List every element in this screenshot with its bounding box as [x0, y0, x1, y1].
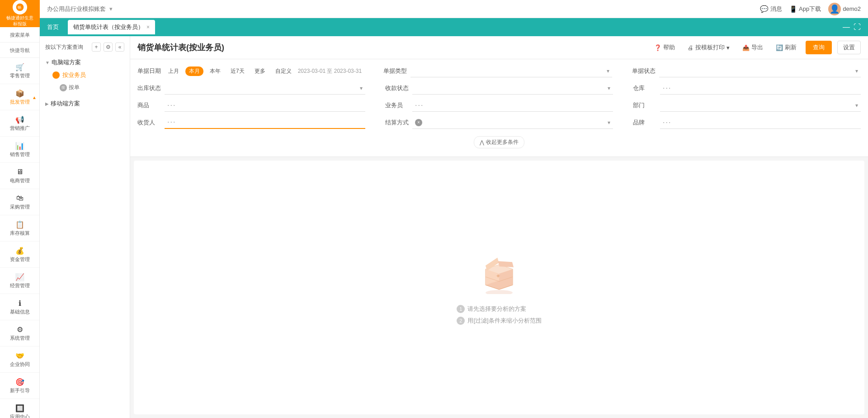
- date-chip-lastmonth[interactable]: 上月: [165, 66, 183, 76]
- left-panel-title: 按以下方案查询: [45, 43, 83, 51]
- sidebar-item-system[interactable]: ⚙ 系统管理: [0, 320, 39, 347]
- message-label: 消息: [770, 5, 782, 13]
- print-button[interactable]: 🖨 按模板打印 ▾: [684, 42, 733, 53]
- enterprise-icon: 🤝: [15, 351, 24, 360]
- tab-minimize-button[interactable]: —: [843, 23, 850, 31]
- sidebar-item-sales[interactable]: 📊 销售管理: [0, 137, 39, 163]
- message-action[interactable]: 💬 消息: [760, 5, 782, 13]
- filter-outbound: 出库状态 ▾: [137, 82, 365, 95]
- query-button[interactable]: 查询: [806, 41, 832, 54]
- doc-type-control[interactable]: ▾: [410, 65, 612, 77]
- settlement-clear-button[interactable]: ×: [415, 119, 422, 126]
- header-actions: 💬 消息 📱 App下载 👤 demo2: [760, 3, 861, 15]
- settlement-chevron-icon: ▾: [608, 119, 610, 126]
- system-icon: ⚙: [15, 325, 24, 334]
- filter-settlement: 结算方式 × ▾: [385, 116, 613, 129]
- filter-row-1: 单据日期 上月 本月 本年 近7天 更多 自定义 2023-03-01 至 20…: [137, 65, 861, 77]
- consignee-dots: ···: [167, 118, 176, 126]
- payment-control[interactable]: ▾: [412, 82, 613, 95]
- system-label: 系统管理: [10, 335, 30, 342]
- date-chip-thisyear[interactable]: 本年: [206, 66, 224, 76]
- tree-grandchild-by-bill[interactable]: 按 按单: [40, 81, 130, 94]
- tree-parent-mobile-label: 移动端方案: [51, 100, 80, 108]
- sidebar-item-wholesale[interactable]: 📦 批发管理 ▲: [0, 84, 39, 110]
- department-control[interactable]: ▾: [660, 99, 861, 112]
- page-content: 按以下方案查询 + ⚙ « ▼ 电脑端方案 按 按业务员 按 按: [40, 36, 868, 418]
- sidebar-item-inventory[interactable]: 📋 库存核算: [0, 215, 39, 242]
- tree-parent-desktop[interactable]: ▼ 电脑端方案: [40, 56, 130, 69]
- tab-close-button[interactable]: ×: [146, 24, 150, 30]
- date-chip-more[interactable]: 更多: [251, 66, 269, 76]
- filter-row-4: 收货人 ··· 结算方式 × ▾: [137, 116, 861, 129]
- salesperson-dots: ···: [415, 101, 424, 109]
- tab-home[interactable]: 首页: [40, 18, 66, 36]
- add-scheme-button[interactable]: +: [92, 43, 101, 52]
- page-title: 销货单统计表(按业务员): [137, 42, 224, 53]
- filter-row-2: 出库状态 ▾ 收款状态 ▾: [137, 82, 861, 95]
- app-download-icon: 📱: [789, 5, 797, 13]
- page-toolbar: ❓ 帮助 🖨 按模板打印 ▾ 📤 导出 🔄 刷新: [651, 41, 861, 54]
- sidebar-item-marketing[interactable]: 📢 营销推广: [0, 110, 39, 137]
- sidebar-item-purchase[interactable]: 🛍 采购管理: [0, 189, 39, 215]
- settlement-clear-tag: ×: [415, 119, 422, 126]
- step-2-label: 用[过滤]条件来缩小分析范围: [467, 315, 541, 327]
- tree-parent-mobile[interactable]: ▶ 移动端方案: [40, 97, 130, 110]
- sidebar-item-apps[interactable]: 🔲 应用中心: [0, 399, 39, 418]
- sidebar-item-enterprise[interactable]: 🤝 企业协同: [0, 347, 39, 373]
- logo-subtext: 标报版: [13, 21, 27, 27]
- tab-active-label: 销货单统计表（按业务员）: [73, 23, 144, 31]
- sidebar-item-finance[interactable]: 💰 资金管理: [0, 242, 39, 268]
- sidebar-item-retail[interactable]: 🛒 零售管理: [0, 58, 39, 84]
- tab-actions: — ⛶: [843, 23, 868, 31]
- empty-state-steps: 1 请先选择要分析的方案 2 用[过滤]条件来缩小分析范围: [457, 303, 541, 327]
- wholesale-label: 批发管理: [10, 99, 30, 105]
- sidebar-search[interactable]: 搜索菜单: [0, 27, 39, 43]
- user-action[interactable]: 👤 demo2: [828, 3, 861, 15]
- refresh-button[interactable]: 🔄 刷新: [772, 42, 800, 53]
- export-button[interactable]: 📤 导出: [739, 42, 767, 53]
- outbound-control[interactable]: ▾: [165, 82, 365, 95]
- help-label: 帮助: [663, 43, 675, 52]
- goods-control[interactable]: ···: [165, 99, 365, 112]
- breadcrumb-dropdown-icon[interactable]: ▾: [109, 5, 113, 12]
- sidebar-item-basic[interactable]: ℹ 基础信息: [0, 294, 39, 320]
- empty-state: ✦ 1 请先选择要分析的方案 2 用[过滤]条件来缩小分析范围: [134, 161, 864, 414]
- enterprise-label: 企业协同: [10, 361, 30, 368]
- date-chip-custom[interactable]: 自定义: [272, 66, 295, 76]
- newbie-icon: 🎯: [15, 377, 24, 386]
- consignee-label: 收货人: [137, 119, 165, 127]
- sidebar-quick-nav[interactable]: 快捷导航: [0, 43, 39, 58]
- brand-control[interactable]: ···: [660, 116, 861, 129]
- app-download-action[interactable]: 📱 App下载: [789, 5, 821, 13]
- filter-date: 单据日期 上月 本月 本年 近7天 更多 自定义 2023-03-01 至 20…: [137, 66, 363, 76]
- doc-status-control[interactable]: ▾: [659, 65, 861, 77]
- sidebar-item-ecommerce[interactable]: 🖥 电商管理: [0, 163, 39, 189]
- collapse-filter-button[interactable]: ⋀ 收起更多条件: [474, 136, 524, 148]
- filter-goods: 商品 ···: [137, 99, 365, 112]
- sidebar-item-operations[interactable]: 📈 经营管理: [0, 268, 39, 294]
- settlement-control[interactable]: × ▾: [412, 116, 613, 129]
- warehouse-control[interactable]: ···: [660, 82, 861, 95]
- app-logo[interactable]: 畅 畅捷通好生意 标报版: [0, 0, 40, 27]
- sidebar-item-newbie[interactable]: 🎯 新手引导: [0, 373, 39, 399]
- tree-child-salesperson[interactable]: 按 按业务员: [40, 69, 130, 81]
- operations-label: 经营管理: [10, 282, 30, 289]
- date-chip-thismonth[interactable]: 本月: [185, 66, 203, 76]
- help-button[interactable]: ❓ 帮助: [651, 42, 679, 53]
- salesperson-control[interactable]: ···: [412, 99, 613, 112]
- tab-expand-button[interactable]: ⛶: [854, 23, 861, 31]
- avatar: 👤: [828, 3, 841, 15]
- finance-icon: 💰: [15, 246, 24, 255]
- sidebar: 畅 畅捷通好生意 标报版 搜索菜单 快捷导航 🛒 零售管理 📦 批发管理 ▲ 📢…: [0, 0, 40, 418]
- consignee-control[interactable]: ···: [165, 116, 365, 129]
- tab-active[interactable]: 销货单统计表（按业务员） ×: [68, 20, 155, 34]
- collapse-panel-button[interactable]: «: [115, 43, 124, 52]
- date-chip-7days[interactable]: 近7天: [227, 66, 248, 76]
- operations-icon: 📈: [15, 272, 24, 281]
- settings-scheme-button[interactable]: ⚙: [104, 43, 113, 52]
- collapse-row: ⋀ 收起更多条件: [137, 133, 861, 151]
- settings-button[interactable]: 设置: [837, 41, 861, 54]
- date-filter-options: 上月 本月 本年 近7天 更多 自定义 2023-03-01 至 2023-03…: [165, 66, 362, 76]
- warehouse-label: 仓库: [633, 84, 660, 92]
- search-menu-label: 搜索菜单: [2, 32, 38, 38]
